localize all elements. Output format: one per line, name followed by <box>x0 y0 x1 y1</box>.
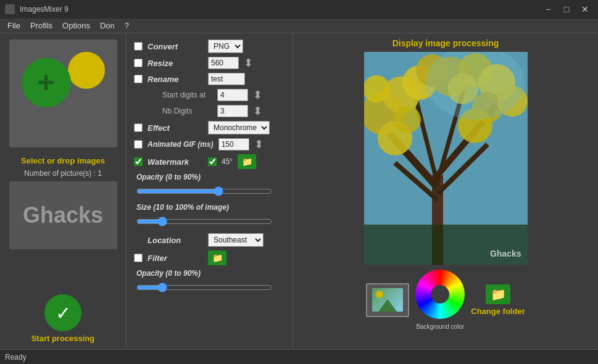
app-icon <box>5 4 15 14</box>
start-digits-input[interactable] <box>217 89 248 101</box>
change-folder-label: Change folder <box>471 307 525 316</box>
resize-checkbox[interactable] <box>134 59 143 67</box>
plus-icon: + <box>37 68 54 97</box>
rename-row: Rename <box>134 73 285 85</box>
filter-label: Filter <box>147 254 203 263</box>
filter-row: Filter 📁 <box>134 250 285 265</box>
middle-panel: Convert PNG JPG GIF BMP TIFF Resize ⬍ Re… <box>127 33 293 349</box>
preview-svg <box>364 52 528 265</box>
filter-opacity-slider[interactable] <box>136 283 272 292</box>
nb-digits-input[interactable] <box>217 105 248 117</box>
size-slider[interactable] <box>136 217 272 226</box>
thumb-inner <box>372 288 403 312</box>
select-label[interactable]: Select or drop images <box>21 156 105 165</box>
titlebar-controls: − □ ✕ <box>540 2 593 16</box>
location-row: Location North NorthEast NorthWest South… <box>134 233 285 247</box>
filter-opacity-slider-container <box>134 283 285 294</box>
location-label: Location <box>147 236 203 245</box>
location-select[interactable]: North NorthEast NorthWest South Southeas… <box>208 233 264 247</box>
change-folder-icon: 📁 <box>486 284 510 304</box>
start-processing-button[interactable]: ✓ Start processing <box>31 294 95 343</box>
watermark-checkbox[interactable] <box>134 157 143 166</box>
titlebar-title: ImagesMixer 9 <box>20 5 69 14</box>
rename-input[interactable] <box>208 73 245 85</box>
convert-row: Convert PNG JPG GIF BMP TIFF <box>134 39 285 53</box>
thumbnail-preview[interactable] <box>366 283 409 317</box>
animated-gif-input[interactable] <box>218 138 249 151</box>
menu-help[interactable]: ? <box>120 20 134 31</box>
watermark-row: Watermark 45° 📁 <box>134 154 285 169</box>
convert-checkbox[interactable] <box>134 42 143 51</box>
yellow-circle <box>68 52 105 89</box>
watermark-preview: Ghacks <box>9 181 117 249</box>
picture-count: Number of picture(s) : 1 <box>24 169 102 178</box>
resize-spinner[interactable]: ⬍ <box>244 57 253 68</box>
start-digits-row: Start digits at ⬍ <box>134 89 285 101</box>
animated-gif-label: Animated GIF (ms) <box>147 140 214 149</box>
watermark-label: Watermark <box>147 157 203 167</box>
menu-profils[interactable]: Profils <box>25 20 57 31</box>
opacity-label-row: Opacity (0 to 90%) <box>134 173 285 181</box>
rename-checkbox[interactable] <box>134 75 143 83</box>
effect-label: Effect <box>147 123 203 133</box>
effect-select[interactable]: Monochrome Sepia Negative None <box>208 121 270 134</box>
right-panel: Display image processing <box>293 33 598 349</box>
folder-icon: 📁 <box>242 157 252 167</box>
start-digits-spinner[interactable]: ⬍ <box>253 89 262 101</box>
color-wheel[interactable] <box>415 270 465 319</box>
filter-folder-icon: 📁 <box>212 253 223 263</box>
animated-gif-checkbox[interactable] <box>134 140 143 149</box>
titlebar-left: ImagesMixer 9 <box>5 4 69 14</box>
titlebar: ImagesMixer 9 − □ ✕ <box>0 0 598 19</box>
menu-file[interactable]: File <box>2 20 25 31</box>
statusbar: Ready <box>0 349 598 364</box>
minimize-button[interactable]: − <box>540 2 556 16</box>
convert-label: Convert <box>147 42 203 51</box>
svg-rect-22 <box>364 225 528 265</box>
start-digits-label: Start digits at <box>147 91 212 99</box>
animated-gif-spinner[interactable]: ⬍ <box>254 139 264 150</box>
rename-label: Rename <box>147 75 203 84</box>
menubar: File Profils Options Don ? <box>0 19 598 33</box>
close-button[interactable]: ✕ <box>577 2 593 16</box>
resize-label: Resize <box>147 59 203 68</box>
bottom-row: Background color 📁 Change folder <box>298 270 593 330</box>
thumb-sun <box>376 291 383 298</box>
filter-opacity-label: Opacity (0 to 90%) <box>134 269 285 278</box>
preview-title: Display image processing <box>392 38 499 48</box>
start-circle: ✓ <box>44 294 81 331</box>
effect-checkbox[interactable] <box>134 123 143 132</box>
convert-select[interactable]: PNG JPG GIF BMP TIFF <box>208 39 243 53</box>
nb-digits-row: Nb Digits ⬍ <box>134 105 285 117</box>
nb-digits-spinner[interactable]: ⬍ <box>253 105 262 117</box>
folder-large-icon: 📁 <box>491 287 506 302</box>
filter-checkbox[interactable] <box>134 254 143 262</box>
menu-don[interactable]: Don <box>95 20 120 31</box>
preview-image: Ghacks <box>364 52 528 265</box>
resize-row: Resize ⬍ <box>134 57 285 69</box>
effect-row: Effect Monochrome Sepia Negative None <box>134 121 285 134</box>
thumb-mountain <box>378 299 397 312</box>
menu-options[interactable]: Options <box>57 20 95 31</box>
opacity-slider[interactable] <box>136 186 272 196</box>
color-wheel-center <box>431 285 449 304</box>
size-label-row: Size (10 to 100% of image) <box>134 203 285 212</box>
resize-input[interactable] <box>208 57 239 69</box>
degree-label: 45° <box>222 157 233 166</box>
status-text: Ready <box>5 353 27 362</box>
check-icon: ✓ <box>56 302 71 324</box>
background-color-label: Background color <box>415 323 465 330</box>
watermark-degree-checkbox[interactable] <box>208 157 217 166</box>
filter-folder-button[interactable]: 📁 <box>208 250 226 265</box>
opacity-slider-container <box>134 186 285 198</box>
color-wheel-container[interactable]: Background color <box>415 270 465 319</box>
drop-area[interactable]: + <box>9 39 117 147</box>
nb-digits-label: Nb Digits <box>147 107 212 115</box>
green-circle: + <box>22 58 71 107</box>
change-folder-button[interactable]: 📁 Change folder <box>471 284 525 316</box>
watermark-preview-text: Ghacks <box>23 202 103 228</box>
animated-gif-row: Animated GIF (ms) ⬍ <box>134 138 285 151</box>
start-label: Start processing <box>31 334 95 343</box>
maximize-button[interactable]: □ <box>559 2 575 16</box>
watermark-folder-button[interactable]: 📁 <box>238 154 256 169</box>
